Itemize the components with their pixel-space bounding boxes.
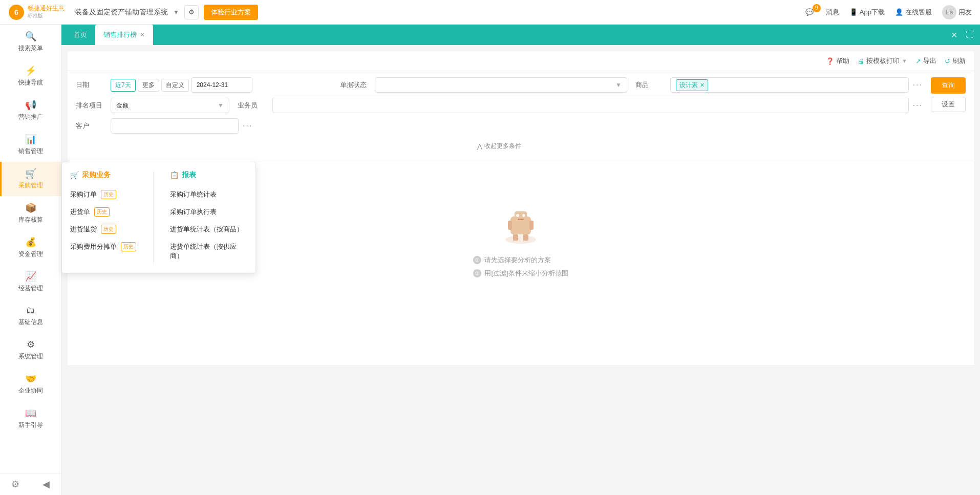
online-service-item[interactable]: 👤 在线客服 xyxy=(895,8,932,17)
app-download-item[interactable]: 📱 App下载 xyxy=(849,8,885,17)
date-quick-7days[interactable]: 近7天 xyxy=(111,79,136,92)
sidebar-item-tutorial[interactable]: 📖 新手引导 xyxy=(0,401,61,436)
toolbar: ❓ 帮助 🖨 按模板打印 ▼ ↗ 导出 ↺ 刷新 xyxy=(68,51,974,71)
menu-item-expense-alloc[interactable]: 采购费用分摊单 历史 xyxy=(70,238,137,255)
finance-icon: 💰 xyxy=(25,236,36,248)
menu-item-order-exec[interactable]: 采购订单执行表 xyxy=(170,203,247,221)
menu-item-stock-stat-goods[interactable]: 进货单统计表（按商品） xyxy=(170,221,247,238)
header-dropdown-icon[interactable]: ▼ xyxy=(173,9,179,16)
print-dropdown-icon[interactable]: ▼ xyxy=(902,58,907,64)
tab-home-label: 首页 xyxy=(74,30,87,39)
industry-btn[interactable]: 体验行业方案 xyxy=(204,5,258,20)
filter-area: 日期 近7天 更多 自定义 2024-12-31 xyxy=(68,71,974,160)
salesman-more-btn[interactable]: ··· xyxy=(913,101,923,110)
purchase-dropdown-menu: 🛒 采购业务 采购订单 历史 进货单 历史 进货退货 历史 xyxy=(61,162,256,273)
sidebar-item-operations[interactable]: 📈 经营管理 xyxy=(0,265,61,299)
date-value: 2024-12-31 xyxy=(197,81,228,89)
rank-value: 金额 xyxy=(116,101,129,110)
sidebar-bottom: ⚙ ◀ xyxy=(0,473,61,495)
tab-sales-ranking[interactable]: 销售排行榜 ✕ xyxy=(95,25,153,45)
help-label: 帮助 xyxy=(836,56,849,66)
tab-close-all-btn[interactable]: ✕ xyxy=(949,30,960,40)
menu-item-label: 采购订单 xyxy=(70,190,97,199)
date-quick-custom[interactable]: 自定义 xyxy=(161,79,189,92)
menu-item-stock-return[interactable]: 进货退货 历史 xyxy=(70,221,137,238)
export-label: 导出 xyxy=(923,56,936,66)
date-quick-more[interactable]: 更多 xyxy=(138,79,159,92)
message-item[interactable]: 💬 9 消息 xyxy=(805,8,839,17)
svg-rect-10 xyxy=(513,234,518,241)
header-right: 💬 9 消息 📱 App下载 👤 在线客服 Ea 用友 xyxy=(805,5,972,19)
phone-icon: 📱 xyxy=(849,8,858,16)
svg-text:6: 6 xyxy=(14,8,18,16)
filter-rank: 排名项目 金额 ▼ xyxy=(76,98,229,113)
refresh-label: 刷新 xyxy=(952,56,966,66)
salesman-label: 业务员 xyxy=(238,101,268,110)
menu-item-label: 进货单统计表（按商品） xyxy=(170,225,243,234)
empty-tip-2: ② 用[过滤]条件来缩小分析范围 xyxy=(473,269,568,278)
sidebar-item-cooperation[interactable]: 🤝 企业协同 xyxy=(0,367,61,401)
tab-sales-ranking-label: 销售排行榜 xyxy=(103,30,137,39)
sidebar-label-basicinfo: 基础信息 xyxy=(18,318,43,327)
sysconfig-icon: ⚙ xyxy=(27,339,35,350)
setting-button[interactable]: 设置 xyxy=(931,97,966,112)
menu-item-order-stat[interactable]: 采购订单统计表 xyxy=(170,186,247,203)
user-item[interactable]: Ea 用友 xyxy=(942,5,972,19)
order-status-input[interactable]: ▼ xyxy=(375,77,627,93)
help-btn[interactable]: ❓ 帮助 xyxy=(826,56,849,66)
order-status-label: 单据状态 xyxy=(340,80,371,90)
sidebar-item-inventory[interactable]: 📦 库存核算 xyxy=(0,196,61,230)
customer-input[interactable] xyxy=(111,118,239,134)
message-badge: 9 xyxy=(813,4,821,12)
sidebar-item-basicinfo[interactable]: 🗂 基础信息 xyxy=(0,299,61,333)
sidebar-item-search[interactable]: 🔍 搜索菜单 xyxy=(0,25,61,59)
logo-area: 6 畅捷通好生意 标准版 xyxy=(8,4,70,20)
search-icon: 🔍 xyxy=(25,31,36,42)
rank-label: 排名项目 xyxy=(76,101,106,110)
menu-item-stock-stat-supplier[interactable]: 进货单统计表（按供应商） xyxy=(170,238,247,265)
menu-item-stock-in[interactable]: 进货单 历史 xyxy=(70,203,137,221)
sidebar-label-cooperation: 企业协同 xyxy=(18,386,43,395)
salesman-input[interactable] xyxy=(272,98,909,113)
query-button[interactable]: 查询 xyxy=(931,77,966,94)
print-btn[interactable]: 🖨 按模板打印 ▼ xyxy=(858,56,907,66)
gear-button[interactable]: ⚙ xyxy=(184,5,199,19)
svg-rect-7 xyxy=(518,219,524,220)
header-middle: 装备及固定资产辅助管理系统 ▼ ⚙ 体验行业方案 xyxy=(70,5,805,20)
sidebar-item-finance[interactable]: 💰 资金管理 xyxy=(0,230,61,265)
refresh-btn[interactable]: ↺ 刷新 xyxy=(945,56,966,66)
sidebar-item-purchase[interactable]: 🛒 采购管理 🛒 采购业务 采购订单 历史 进货单 历史 xyxy=(0,162,61,196)
logo-icon: 6 xyxy=(8,4,25,20)
sidebar-item-quicknav[interactable]: ⚡ 快捷导航 xyxy=(0,59,61,93)
menu-item-label: 采购费用分摊单 xyxy=(70,242,117,251)
customer-more-btn[interactable]: ··· xyxy=(243,121,252,131)
tab-fullscreen-btn[interactable]: ⛶ xyxy=(964,30,976,39)
date-input[interactable]: 2024-12-31 xyxy=(191,77,252,93)
svg-rect-8 xyxy=(508,221,512,230)
marketing-icon: 📢 xyxy=(25,99,36,111)
svg-point-6 xyxy=(522,214,525,217)
tab-home[interactable]: 首页 xyxy=(66,25,95,45)
filter-date: 日期 近7天 更多 自定义 2024-12-31 xyxy=(76,77,332,93)
goods-more-btn[interactable]: ··· xyxy=(913,80,923,90)
goods-input[interactable]: 设计素 ✕ xyxy=(670,77,909,93)
menu-item-purchase-order[interactable]: 采购订单 历史 xyxy=(70,186,137,203)
filter-order-status: 单据状态 ▼ xyxy=(340,77,627,93)
rank-input[interactable]: 金额 ▼ xyxy=(111,98,229,113)
sidebar-item-sysconfig[interactable]: ⚙ 系统管理 xyxy=(0,333,61,367)
tab-close-icon[interactable]: ✕ xyxy=(140,31,145,38)
filter-customer: 客户 ··· xyxy=(76,118,229,134)
sidebar-settings-btn[interactable]: ⚙ xyxy=(11,479,19,490)
order-status-dropdown-icon: ▼ xyxy=(615,81,622,89)
empty-tip-1: ① 请先选择要分析的方案 xyxy=(473,255,568,265)
sidebar-item-sales[interactable]: 📊 销售管理 xyxy=(0,127,61,162)
export-btn[interactable]: ↗ 导出 xyxy=(915,56,936,66)
sidebar-item-marketing[interactable]: 📢 营销推广 xyxy=(0,93,61,127)
sidebar: 🔍 搜索菜单 ⚡ 快捷导航 📢 营销推广 📊 销售管理 🛒 采购管理 🛒 采购业… xyxy=(0,25,61,495)
sidebar-collapse-btn[interactable]: ◀ xyxy=(42,479,50,490)
collapse-row[interactable]: ⋀ 收起更多条件 xyxy=(76,139,923,154)
print-label: 按模板打印 xyxy=(866,56,900,66)
layout: 🔍 搜索菜单 ⚡ 快捷导航 📢 营销推广 📊 销售管理 🛒 采购管理 🛒 采购业… xyxy=(0,25,980,495)
goods-tag-close[interactable]: ✕ xyxy=(700,82,705,89)
empty-tips: ① 请先选择要分析的方案 ② 用[过滤]条件来缩小分析范围 xyxy=(473,255,568,278)
